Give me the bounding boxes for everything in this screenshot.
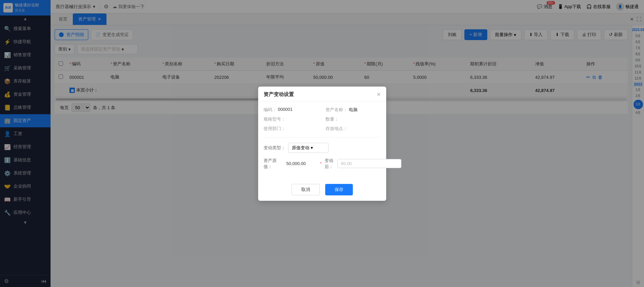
modal-overlay: 资产变动设置 ✕ 编码： 000001 资产名称： 电脑 规格型号： 数量：	[0, 0, 644, 287]
modal-header: 资产变动设置 ✕	[258, 87, 386, 101]
asset-change-modal: 资产变动设置 ✕ 编码： 000001 资产名称： 电脑 规格型号： 数量：	[258, 87, 386, 201]
modal-original-value-label: 资产原值：	[264, 158, 284, 170]
modal-dept-label: 使用部门：	[264, 126, 285, 132]
modal-spec-label: 规格型号：	[264, 116, 285, 122]
after-change-input[interactable]	[337, 159, 401, 168]
modal-quantity: 数量：	[326, 116, 381, 122]
modal-change-type-field: 变动类型： 原值变动 ▾	[264, 143, 381, 153]
modal-original-value-field: 资产原值： 50,000.00 * 变动后：	[264, 158, 381, 170]
change-type-dropdown-icon: ▾	[311, 145, 313, 150]
modal-info-grid: 编码： 000001 资产名称： 电脑 规格型号： 数量： 使用部门：	[264, 107, 381, 132]
modal-code-value: 000001	[278, 107, 293, 113]
modal-title: 资产变动设置	[264, 91, 294, 98]
modal-footer: 取消 保存	[258, 180, 386, 201]
modal-spec: 规格型号：	[264, 116, 319, 122]
modal-location: 存放地点：	[326, 126, 381, 132]
modal-name-label: 资产名称：	[326, 107, 347, 113]
modal-code: 编码： 000001	[264, 107, 319, 113]
modal-location-label: 存放地点：	[326, 126, 347, 132]
modal-code-label: 编码：	[264, 107, 277, 113]
change-type-select[interactable]: 原值变动 ▾	[288, 143, 329, 153]
modal-name-value: 电脑	[349, 107, 358, 113]
modal-quantity-label: 数量：	[326, 116, 339, 122]
modal-body: 编码： 000001 资产名称： 电脑 规格型号： 数量： 使用部门：	[258, 101, 386, 180]
modal-close-icon[interactable]: ✕	[376, 91, 381, 98]
modal-after-change-label: 变动后：	[325, 158, 333, 170]
modal-change-type-label: 变动类型：	[264, 145, 285, 151]
modal-required-dot: *	[320, 161, 322, 166]
save-button[interactable]: 保存	[325, 184, 353, 195]
modal-divider	[264, 137, 381, 137]
modal-original-value-value: 50,000.00	[286, 161, 313, 166]
cancel-button[interactable]: 取消	[292, 184, 320, 195]
change-type-value: 原值变动	[292, 145, 309, 151]
modal-name: 资产名称： 电脑	[326, 107, 381, 113]
modal-dept: 使用部门：	[264, 126, 319, 132]
